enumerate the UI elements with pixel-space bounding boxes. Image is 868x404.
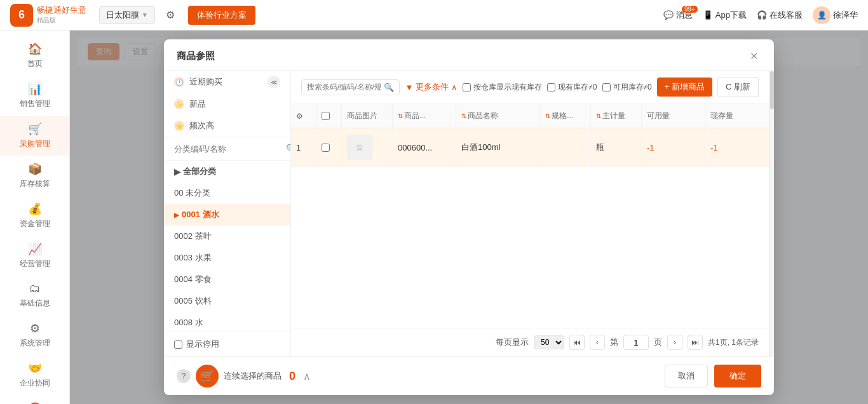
collapse-footer-icon[interactable]: ∧ <box>303 370 311 382</box>
warehouse-display-checkbox[interactable] <box>463 83 471 91</box>
modal-body: 🕐 近期购买 ≪ ✨ 新品 ⭐ 频次高 <box>164 71 774 356</box>
user-item[interactable]: 👤 徐泽华 <box>813 6 858 24</box>
cart-icon-button[interactable]: 🛒 <box>196 365 219 387</box>
logo-text: 畅捷通好生意 <box>37 5 86 16</box>
category-item-snack[interactable]: 0004 零食 <box>164 269 290 290</box>
main-layout: 🏠 首页 📊 销售管理 🛒 采购管理 📦 库存核算 💰 资金管理 📈 经营管理 … <box>0 30 868 404</box>
product-unit-value: 瓶 <box>596 142 604 153</box>
phone-icon: 📱 <box>703 10 713 20</box>
category-item-unclassified[interactable]: 00 未分类 <box>164 182 290 204</box>
filter-icon: ▼ <box>405 83 413 92</box>
last-page-button[interactable]: ⏭ <box>688 335 703 350</box>
quick-recent-label: 近期购买 <box>189 76 222 88</box>
gear-settings-icon[interactable]: ⚙ <box>296 112 303 121</box>
water-label: 0008 水 <box>174 317 203 328</box>
sidebar-item-home[interactable]: 🏠 首页 <box>0 36 69 76</box>
quick-freq-item[interactable]: ⭐ 频次高 <box>164 115 290 137</box>
confirm-button[interactable]: 确定 <box>714 365 761 387</box>
pagination: 每页显示 50 ⏮ ‹ 第 页 › ⏭ 共1页, 1条记录 <box>291 328 769 356</box>
per-page-label: 每页显示 <box>496 337 529 348</box>
quick-new-item[interactable]: ✨ 新品 <box>164 93 290 115</box>
basic-info-icon: 🗂 <box>29 282 41 295</box>
sidebar-item-system[interactable]: ⚙ 系统管理 <box>0 315 69 355</box>
sidebar-item-label: 企业协同 <box>20 378 50 389</box>
sidebar-item-finance[interactable]: 💰 资金管理 <box>0 196 69 236</box>
category-item-liquor[interactable]: ▶ 0001 酒水 <box>164 204 290 226</box>
quick-recent-item[interactable]: 🕐 近期购买 ≪ <box>164 71 290 93</box>
category-search-input[interactable] <box>174 144 281 154</box>
row-name: 白酒100ml <box>456 128 540 166</box>
sidebar-item-label: 经营管理 <box>20 259 50 269</box>
sidebar-item-operations[interactable]: 📈 经营管理 <box>0 236 69 276</box>
sales-icon: 📊 <box>28 82 42 96</box>
col-num: ⚙ <box>291 104 316 128</box>
col-available-label: 可用量 <box>647 111 670 121</box>
message-item[interactable]: 💬 消息 99+ <box>663 10 693 21</box>
category-item-water[interactable]: 0008 水 <box>164 312 290 332</box>
available-nonzero-label: 现有库存≠0 <box>558 82 597 93</box>
purchase-icon: 🛒 <box>28 122 42 136</box>
avatar: 👤 <box>813 6 831 24</box>
category-item-tea[interactable]: 0002 茶叶 <box>164 226 290 247</box>
sidebar-item-basic-info[interactable]: 🗂 基础信息 <box>0 276 69 315</box>
scroll-thumb[interactable] <box>770 71 774 109</box>
select-all-checkbox[interactable] <box>322 112 330 120</box>
available-nonzero-checkbox[interactable] <box>547 83 555 91</box>
row-select-checkbox[interactable] <box>322 144 330 152</box>
next-page-button[interactable]: › <box>667 335 682 350</box>
img-placeholder-icon: 🖼 <box>356 144 363 151</box>
col-product-name: ⇅ 商品名称 <box>456 104 540 128</box>
collapse-button[interactable]: ≪ <box>268 76 280 88</box>
search-icon[interactable]: 🔍 <box>384 83 394 92</box>
modal-close-button[interactable]: ✕ <box>746 48 761 64</box>
per-page-select[interactable]: 50 <box>534 335 564 349</box>
app-download-item[interactable]: 📱 App下载 <box>703 10 747 21</box>
usable-nonzero-checkbox[interactable] <box>602 83 611 91</box>
store-selector[interactable]: 日太阳膜 ▼ <box>99 6 155 24</box>
add-product-button[interactable]: + 新增商品 <box>657 77 712 97</box>
show-disabled-checkbox[interactable] <box>174 340 182 349</box>
sidebar-item-guide[interactable]: 🎯 新手引导 <box>0 395 69 404</box>
warehouse-display-checkbox-label[interactable]: 按仓库显示现有库存 <box>463 82 542 93</box>
prev-page-button[interactable]: ‹ <box>590 335 605 350</box>
page-label: 第 <box>610 337 618 348</box>
category-item-beverage[interactable]: 0005 饮料 <box>164 290 290 312</box>
sidebar-item-purchase[interactable]: 🛒 采购管理 <box>0 116 69 156</box>
table-body: 1 🖼 <box>291 128 769 328</box>
product-search-input[interactable] <box>307 83 381 91</box>
category-search-bar: 🔍 <box>164 137 290 161</box>
sidebar-item-enterprise[interactable]: 🤝 企业协同 <box>0 355 69 395</box>
col-spec: ⇅ 规格... <box>540 104 591 128</box>
usable-nonzero-checkbox-label[interactable]: 可用库存≠0 <box>602 82 652 93</box>
sort-icon3: ⇅ <box>545 112 550 119</box>
filter-more-label: 更多条件 <box>416 81 449 93</box>
navbar-right: 💬 消息 99+ 📱 App下载 🎧 在线客服 👤 徐泽华 <box>663 6 858 24</box>
row-code: 000600... <box>393 128 456 166</box>
category-search-icon[interactable]: 🔍 <box>286 144 291 154</box>
guide-icon: 🎯 <box>28 401 42 404</box>
modal-header: 商品参照 ✕ <box>164 39 774 71</box>
vertical-scrollbar[interactable] <box>769 71 774 356</box>
sidebar-item-sales[interactable]: 📊 销售管理 <box>0 76 69 116</box>
online-service-item[interactable]: 🎧 在线客服 <box>757 10 803 21</box>
total-pages-info: 共1页, 1条记录 <box>708 337 759 348</box>
category-item-fruit[interactable]: 0003 水果 <box>164 247 290 269</box>
available-nonzero-checkbox-label[interactable]: 现有库存≠0 <box>547 82 597 93</box>
row-checkbox[interactable] <box>316 128 342 166</box>
refresh-button[interactable]: C 刷新 <box>717 77 759 97</box>
category-item-all[interactable]: ▶ 全部分类 <box>164 161 290 182</box>
system-icon: ⚙ <box>30 321 40 335</box>
page-number-input[interactable] <box>623 335 649 350</box>
table-row[interactable]: 1 🖼 <box>291 128 769 167</box>
help-icon[interactable]: ? <box>177 369 191 383</box>
settings-icon[interactable]: ⚙ <box>160 5 180 25</box>
message-icon: 💬 <box>663 10 674 20</box>
sort-icon4: ⇅ <box>596 112 601 119</box>
col-product-code: ⇅ 商品... <box>393 104 456 128</box>
experience-button[interactable]: 体验行业方案 <box>188 6 255 25</box>
sidebar-item-label: 销售管理 <box>20 98 50 109</box>
first-page-button[interactable]: ⏮ <box>569 335 585 350</box>
sidebar-item-inventory[interactable]: 📦 库存核算 <box>0 156 69 196</box>
filter-more-button[interactable]: ▼ 更多条件 ∧ <box>405 81 458 93</box>
cancel-button[interactable]: 取消 <box>665 365 708 387</box>
